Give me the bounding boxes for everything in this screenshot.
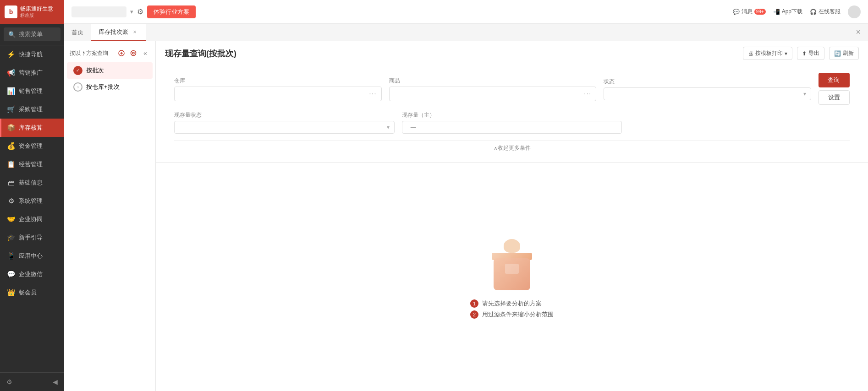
sidebar-item-vip[interactable]: 👑 畅会员 bbox=[0, 283, 64, 302]
sidebar-item-basics[interactable]: 🗃 基础信息 bbox=[0, 174, 64, 192]
collapse-filters-button[interactable]: ∧ 收起更多条件 bbox=[174, 140, 850, 156]
warehouse-dots-icon: ··· bbox=[369, 90, 376, 98]
sidebar-item-finance[interactable]: 💰 资金管理 bbox=[0, 137, 64, 155]
tab-close-icon[interactable]: × bbox=[131, 28, 138, 36]
left-panel-actions: « bbox=[117, 49, 150, 58]
sidebar-item-operations[interactable]: 📋 经营管理 bbox=[0, 155, 64, 174]
refresh-button[interactable]: 🔄 刷新 bbox=[829, 47, 859, 60]
app-center-icon: 📱 bbox=[7, 252, 15, 260]
sidebar-collapse-button[interactable]: ◀ bbox=[50, 377, 60, 386]
quick-nav-icon: ⚡ bbox=[7, 50, 15, 59]
sidebar-bottom: ⚙ ◀ bbox=[0, 372, 64, 391]
user-avatar-button[interactable] bbox=[848, 5, 861, 18]
sidebar-item-label: 基础信息 bbox=[19, 179, 43, 187]
left-panel-title: 按以下方案查询 bbox=[70, 49, 108, 57]
avatar bbox=[848, 5, 861, 18]
filter-row-2: 现存量状态 ▾ 现存量（主） — bbox=[174, 111, 850, 134]
sidebar-item-marketing[interactable]: 📢 营销推广 bbox=[0, 64, 64, 82]
range-separator: — bbox=[411, 124, 416, 130]
empty-step-2: 2 用过滤条件来缩小分析范围 bbox=[470, 310, 554, 319]
search-menu-label: 搜索菜单 bbox=[19, 30, 43, 38]
topbar: ▾ ⚙ 体验行业方案 💬 消息 99+ 📲 App下载 🎧 在线客服 bbox=[64, 0, 868, 24]
empty-step-1: 1 请先选择要分析的方案 bbox=[470, 299, 554, 308]
sidebar-item-sales[interactable]: 📊 销售管理 bbox=[0, 82, 64, 100]
scheme-batch-label: 按批次 bbox=[86, 66, 104, 75]
query-button[interactable]: 查询 bbox=[819, 73, 850, 87]
step-1-num: 1 bbox=[470, 299, 478, 308]
sidebar-item-inventory[interactable]: 📦 库存核算 bbox=[0, 119, 64, 137]
scheme-item-warehouse-batch[interactable]: ○ 按仓库+批次 bbox=[67, 79, 153, 95]
stock-status-chevron-icon: ▾ bbox=[387, 124, 390, 130]
sidebar-settings-button[interactable]: ⚙ bbox=[5, 377, 14, 386]
page-actions: 🖨 按模板打印 ▾ ⬆ 导出 🔄 刷新 bbox=[743, 47, 859, 60]
tab-home[interactable]: 首页 bbox=[64, 24, 91, 41]
message-icon: 💬 bbox=[733, 9, 740, 15]
message-label: 消息 bbox=[742, 8, 753, 16]
export-label: 导出 bbox=[808, 49, 819, 57]
step-1-text: 请先选择要分析的方案 bbox=[482, 299, 542, 308]
sidebar-item-enterprise-wechat[interactable]: 💬 企业微信 bbox=[0, 265, 64, 283]
tabbar: 首页 库存批次账 × × bbox=[64, 24, 868, 41]
filter-warehouse: 仓库 ··· bbox=[174, 77, 382, 101]
goods-input[interactable]: ··· bbox=[389, 87, 597, 101]
sidebar-item-label: 快捷导航 bbox=[19, 50, 43, 59]
sidebar-item-label: 新手引导 bbox=[19, 234, 43, 242]
sidebar-header: b 畅康通好生意 标准版 bbox=[0, 0, 64, 24]
collapse-label: 收起更多条件 bbox=[498, 144, 531, 152]
left-panel-header: 按以下方案查询 « bbox=[64, 46, 155, 62]
trial-button[interactable]: 体验行业方案 bbox=[147, 5, 196, 18]
operations-icon: 📋 bbox=[7, 160, 15, 168]
print-button[interactable]: 🖨 按模板打印 ▾ bbox=[743, 47, 792, 60]
sidebar-item-label: 畅会员 bbox=[19, 288, 37, 297]
filter-stock-status: 现存量状态 ▾ bbox=[174, 111, 395, 134]
sidebar-item-label: 企业协同 bbox=[19, 215, 43, 223]
warehouse-input[interactable]: ··· bbox=[174, 87, 382, 101]
status-label: 状态 bbox=[604, 78, 811, 86]
app-logo: b bbox=[5, 5, 17, 18]
warehouse-label: 仓库 bbox=[174, 77, 382, 85]
sidebar-item-label: 企业微信 bbox=[19, 270, 43, 278]
sidebar-item-app-center[interactable]: 📱 应用中心 bbox=[0, 247, 64, 265]
stock-qty-range[interactable]: — bbox=[402, 121, 622, 134]
sidebar-item-quick-nav[interactable]: ⚡ 快捷导航 bbox=[0, 45, 64, 64]
goods-dots-icon: ··· bbox=[584, 90, 591, 98]
online-service-button[interactable]: 🎧 在线客服 bbox=[810, 8, 841, 16]
filter-buttons: 查询 设置 bbox=[819, 73, 850, 105]
message-button[interactable]: 💬 消息 99+ bbox=[733, 8, 766, 16]
search-menu-button[interactable]: 🔍 搜索菜单 bbox=[4, 27, 60, 41]
app-download-label: App下载 bbox=[782, 8, 802, 16]
topbar-search-input[interactable] bbox=[71, 6, 126, 17]
stock-status-select[interactable]: ▾ bbox=[174, 121, 395, 134]
wechat-icon: 💬 bbox=[7, 270, 15, 278]
empty-steps: 1 请先选择要分析的方案 2 用过滤条件来缩小分析范围 bbox=[470, 299, 554, 319]
sidebar-item-enterprise-collab[interactable]: 🤝 企业协同 bbox=[0, 210, 64, 228]
export-button[interactable]: ⬆ 导出 bbox=[797, 47, 824, 60]
scheme-settings-icon[interactable] bbox=[129, 49, 138, 58]
chevron-down-icon[interactable]: ▾ bbox=[130, 8, 133, 15]
app-download-button[interactable]: 📲 App下载 bbox=[773, 8, 802, 16]
refresh-label: 刷新 bbox=[843, 49, 854, 57]
service-icon: 🎧 bbox=[810, 9, 817, 15]
print-chevron-icon: ▾ bbox=[785, 50, 787, 57]
topbar-gear-icon[interactable]: ⚙ bbox=[137, 7, 143, 16]
sidebar-item-new-user-guide[interactable]: 🎓 新手引导 bbox=[0, 228, 64, 247]
sidebar-item-system[interactable]: ⚙ 系统管理 bbox=[0, 192, 64, 210]
add-scheme-button[interactable] bbox=[117, 49, 126, 58]
illustration-face bbox=[504, 239, 520, 253]
sidebar-search-area: 🔍 搜索菜单 bbox=[0, 24, 64, 45]
collapse-chevron-icon: ∧ bbox=[494, 145, 498, 152]
tab-panel-close-button[interactable]: × bbox=[848, 27, 868, 37]
page-title-row: 现存量查询(按批次) 🖨 按模板打印 ▾ ⬆ 导出 🔄 bbox=[165, 47, 859, 60]
marketing-icon: 📢 bbox=[7, 69, 15, 77]
status-select[interactable]: ▾ bbox=[604, 87, 811, 100]
stock-qty-label: 现存量（主） bbox=[402, 111, 622, 119]
sidebar-nav: ⚡ 快捷导航 📢 营销推广 📊 销售管理 🛒 采购管理 📦 库存核算 💰 资金管… bbox=[0, 45, 64, 372]
tab-batch-ledger[interactable]: 库存批次账 × bbox=[91, 24, 146, 41]
inventory-icon: 📦 bbox=[7, 124, 15, 132]
collapse-left-panel-icon[interactable]: « bbox=[141, 49, 150, 58]
goods-label: 商品 bbox=[389, 77, 597, 85]
filter-settings-button[interactable]: 设置 bbox=[819, 90, 850, 105]
scheme-item-batch[interactable]: ✓ 按批次 bbox=[67, 62, 153, 79]
sidebar-item-purchase[interactable]: 🛒 采购管理 bbox=[0, 100, 64, 119]
guide-icon: 🎓 bbox=[7, 234, 15, 242]
